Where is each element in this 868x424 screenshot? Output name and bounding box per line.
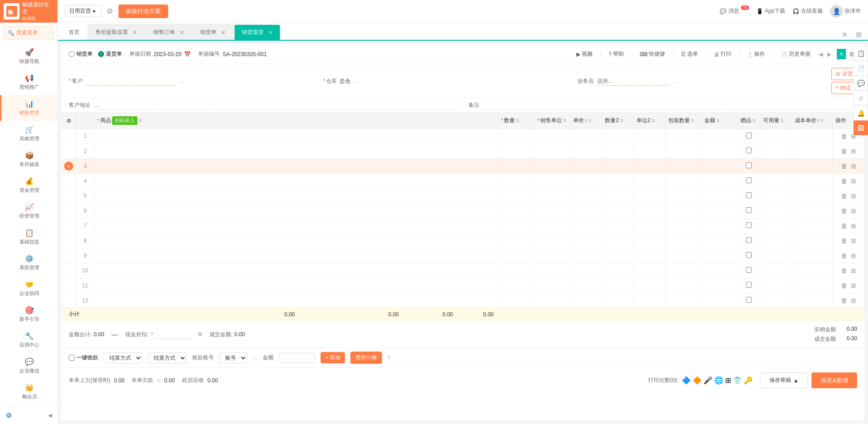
row-qty2-5[interactable]: [602, 189, 634, 204]
row-product-9[interactable]: [94, 248, 498, 263]
product-input-9[interactable]: [97, 252, 495, 259]
save-draft-button[interactable]: 保存草稿 ▲: [760, 372, 808, 388]
row-pack-2[interactable]: [665, 144, 702, 159]
address-input[interactable]: [93, 101, 458, 110]
row-amount-12[interactable]: [702, 293, 738, 308]
float-image-btn[interactable]: 🖼: [854, 121, 868, 135]
tab-close-sales-return[interactable]: ✕: [268, 29, 273, 36]
row-price-2[interactable]: [571, 144, 602, 159]
gift-checkbox-11[interactable]: [746, 282, 752, 288]
row-unit2-3[interactable]: [634, 159, 665, 174]
row-qty-5[interactable]: [498, 189, 534, 204]
row-cost-10[interactable]: [792, 263, 833, 278]
row-pack-10[interactable]: [665, 263, 702, 278]
row-unit2-5[interactable]: [634, 189, 665, 204]
row-product-12[interactable]: [94, 293, 498, 308]
row-qty-1[interactable]: [498, 129, 534, 144]
row-cost-4[interactable]: [792, 174, 833, 189]
row-gift-1[interactable]: [738, 129, 760, 144]
row-unit2-9[interactable]: [634, 248, 665, 263]
row-copy-btn-11[interactable]: ⊞: [850, 281, 857, 290]
row-unit-9[interactable]: [534, 248, 571, 263]
tab-sales-order[interactable]: 销售订单 ✕: [146, 24, 192, 40]
row-pack-12[interactable]: [665, 293, 702, 308]
row-gift-6[interactable]: [738, 204, 760, 219]
product-input-4[interactable]: [97, 178, 495, 184]
tab-home[interactable]: 首页: [61, 25, 87, 40]
row-price-6[interactable]: [571, 204, 602, 219]
row-cost-11[interactable]: [792, 278, 833, 293]
row-unit-5[interactable]: [534, 189, 571, 204]
topbar-customer-service[interactable]: 🎧 在线客服: [793, 7, 823, 15]
sidebar-item-purchase[interactable]: 🛒 采购管理: [0, 121, 57, 147]
row-available-5[interactable]: [760, 189, 792, 204]
row-available-2[interactable]: [760, 144, 792, 159]
row-qty-8[interactable]: [498, 233, 534, 248]
row-qty-12[interactable]: [498, 293, 534, 308]
row-delete-btn-5[interactable]: 🗑: [840, 191, 848, 200]
customer-picker-btn[interactable]: ...: [180, 78, 185, 84]
sidebar-item-wechat[interactable]: 💬 企业微信: [0, 353, 57, 379]
row-delete-btn-10[interactable]: 🗑: [840, 266, 848, 275]
topbar-gear-icon[interactable]: ⚙: [105, 5, 115, 17]
row-pack-8[interactable]: [665, 233, 702, 248]
expand-tab-btn[interactable]: ⊞: [853, 29, 864, 40]
row-cost-5[interactable]: [792, 189, 833, 204]
tab-sales-return[interactable]: 销货退货 ✕: [234, 24, 280, 40]
gift-checkbox-12[interactable]: [746, 297, 752, 303]
row-product-8[interactable]: [94, 233, 498, 248]
row-copy-btn-6[interactable]: ⊞: [850, 206, 857, 215]
row-available-9[interactable]: [760, 248, 792, 263]
industry-select[interactable]: 日用百货 ▾: [65, 5, 101, 17]
gift-checkbox-8[interactable]: [746, 237, 752, 243]
gift-checkbox-9[interactable]: [746, 252, 752, 258]
warehouse-picker-btn[interactable]: ...: [355, 78, 359, 84]
row-price-10[interactable]: [571, 263, 602, 278]
row-cost-7[interactable]: [792, 219, 833, 233]
add-row-button[interactable]: +: [64, 162, 73, 171]
row-pack-4[interactable]: [665, 174, 702, 189]
row-unit2-7[interactable]: [634, 219, 665, 233]
row-product-3[interactable]: [94, 159, 498, 174]
one-click-payment-checkbox[interactable]: [69, 355, 75, 361]
product-input-2[interactable]: [97, 148, 495, 154]
row-cost-2[interactable]: [792, 144, 833, 159]
row-qty2-1[interactable]: [602, 129, 634, 144]
sidebar-collapse-btn[interactable]: ◀: [46, 410, 54, 420]
row-price-7[interactable]: [571, 219, 602, 233]
product-input-12[interactable]: [97, 297, 495, 304]
row-qty2-7[interactable]: [602, 219, 634, 233]
row-qty2-4[interactable]: [602, 174, 634, 189]
row-copy-btn-5[interactable]: ⊞: [850, 191, 857, 200]
row-unit-4[interactable]: [534, 174, 571, 189]
row-product-6[interactable]: [94, 204, 498, 219]
row-price-8[interactable]: [571, 233, 602, 248]
row-price-3[interactable]: [571, 159, 602, 174]
row-unit2-1[interactable]: [634, 129, 665, 144]
one-click-payment-label[interactable]: 一键收款: [69, 354, 98, 362]
row-available-10[interactable]: [760, 263, 792, 278]
row-gift-12[interactable]: [738, 293, 760, 308]
row-available-12[interactable]: [760, 293, 792, 308]
row-gift-2[interactable]: [738, 144, 760, 159]
product-input-8[interactable]: [97, 238, 495, 244]
row-pack-11[interactable]: [665, 278, 702, 293]
tab-sales-bill[interactable]: 销货单 ✕: [193, 24, 233, 40]
topbar-user[interactable]: 👤 徐泽华: [830, 5, 861, 18]
float-bell-btn[interactable]: 🔔: [854, 106, 868, 120]
row-unit-11[interactable]: [534, 278, 571, 293]
product-input-11[interactable]: [97, 282, 495, 289]
row-amount-8[interactable]: [702, 233, 738, 248]
tab-close-sales-order[interactable]: ✕: [179, 29, 184, 36]
row-qty2-6[interactable]: [602, 204, 634, 219]
help-btn[interactable]: ? 帮助: [606, 49, 627, 59]
list-view-btn[interactable]: ≡: [837, 49, 846, 59]
row-qty-9[interactable]: [498, 248, 534, 263]
gift-checkbox-5[interactable]: [746, 192, 752, 198]
row-amount-3[interactable]: [702, 159, 738, 174]
gift-checkbox-3[interactable]: [746, 162, 752, 168]
row-unit-3[interactable]: [534, 159, 571, 174]
float-comment-btn[interactable]: 💬: [854, 76, 868, 91]
product-input-5[interactable]: [97, 193, 495, 199]
row-price-5[interactable]: [571, 189, 602, 204]
